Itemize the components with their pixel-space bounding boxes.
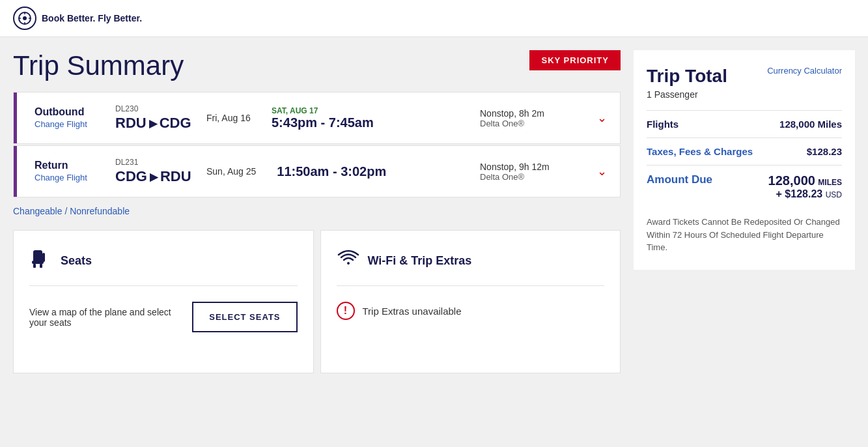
miles-amount-line: 128,000 MILES (768, 173, 842, 188)
svg-rect-8 (33, 264, 36, 268)
return-arrow: ▶ (150, 171, 158, 183)
taxes-value: $128.23 (807, 146, 842, 157)
return-to: RDU (160, 168, 191, 185)
bottom-cards: Seats View a map of the plane and select… (13, 230, 621, 373)
svg-rect-7 (32, 261, 44, 264)
seats-card-header: Seats (29, 246, 298, 286)
outbound-cabin: Delta One® (480, 119, 584, 128)
return-cabin: Delta One® (480, 172, 584, 182)
logo: Book Better. Fly Better. (13, 7, 142, 30)
amount-due-value: 128,000 MILES + $128.23 USD (768, 173, 842, 200)
svg-rect-6 (33, 250, 42, 262)
outbound-section: Outbound Change Flight (27, 106, 105, 130)
usd-amount-line: + $128.23 USD (768, 188, 842, 200)
unavailable-text: Trip Extras unavailable (363, 306, 462, 317)
seats-card-description: View a map of the plane and select your … (29, 307, 176, 328)
outbound-change-flight-link[interactable]: Change Flight (35, 119, 87, 129)
unavailable-row: ! Trip Extras unavailable (337, 296, 605, 320)
svg-rect-10 (42, 253, 45, 262)
svg-point-1 (23, 16, 27, 20)
right-panel: Trip Total Currency Calculator 1 Passeng… (634, 50, 855, 373)
svg-rect-9 (40, 264, 42, 268)
page-title: Trip Summary (13, 50, 184, 81)
miles-unit: MILES (818, 178, 842, 187)
flights-label: Flights (647, 119, 679, 130)
usd-amount: 128.23 (791, 188, 822, 199)
flights-value: 128,000 Miles (779, 119, 842, 130)
policy-link[interactable]: Changeable / Nonrefundable (13, 206, 130, 216)
select-seats-button[interactable]: SELECT SEATS (192, 302, 297, 332)
return-label: Return (35, 160, 105, 171)
outbound-nonstop: Nonstop, 8h 2m (480, 108, 584, 119)
amount-due-row: Amount Due 128,000 MILES + $128.23 USD (647, 165, 842, 208)
outbound-time-date: SAT, AUG 17 (272, 106, 374, 115)
currency-calculator-link[interactable]: Currency Calculator (767, 66, 842, 76)
trip-total-title: Trip Total (647, 66, 727, 87)
trip-total-header: Trip Total Currency Calculator (647, 66, 842, 87)
main-layout: Trip Summary SKY PRIORITY Outbound Chang… (0, 37, 868, 386)
outbound-left-bar (14, 93, 17, 143)
outbound-flight-number: DL230 (115, 104, 196, 113)
seats-card-body: View a map of the plane and select your … (29, 296, 298, 332)
outbound-time-block: SAT, AUG 17 5:43pm - 7:45am (261, 106, 384, 130)
return-flight-number: DL231 (115, 158, 196, 167)
return-from: CDG (115, 168, 147, 185)
return-left-bar (14, 146, 17, 197)
return-change-flight-link[interactable]: Change Flight (35, 173, 87, 182)
wifi-card-title: Wi-Fi & Trip Extras (368, 254, 472, 268)
trip-total-panel: Trip Total Currency Calculator 1 Passeng… (634, 50, 855, 270)
wifi-card: Wi-Fi & Trip Extras ! Trip Extras unavai… (320, 230, 621, 373)
award-note: Award Tickets Cannot Be Redeposited Or C… (647, 216, 842, 254)
outbound-time: 5:43pm - 7:45am (272, 115, 374, 130)
taxes-label[interactable]: Taxes, Fees & Charges (647, 146, 753, 157)
miles-amount: 128,000 (768, 173, 815, 188)
outbound-route-section: DL230 RDU ▶ CDG (105, 104, 196, 132)
logo-text: Book Better. Fly Better. (42, 13, 142, 23)
amount-due-label: Amount Due (647, 173, 712, 186)
outbound-from: RDU (115, 115, 147, 132)
outbound-chevron-icon[interactable]: ⌄ (597, 111, 607, 125)
outbound-flight-card: Outbound Change Flight DL230 RDU ▶ CDG F… (13, 92, 621, 144)
return-section: Return Change Flight (27, 160, 105, 183)
outbound-route: RDU ▶ CDG (115, 115, 196, 132)
return-chevron-icon[interactable]: ⌄ (597, 164, 607, 179)
title-row: Trip Summary SKY PRIORITY (13, 50, 621, 92)
return-route-section: DL231 CDG ▶ RDU (105, 158, 196, 185)
seat-icon (29, 246, 53, 275)
passenger-count: 1 Passenger (647, 89, 842, 100)
wifi-card-header: Wi-Fi & Trip Extras (337, 246, 605, 286)
return-time-block: 11:50am - 3:02pm (266, 164, 397, 179)
flights-cost-row: Flights 128,000 Miles (647, 110, 842, 137)
header: Book Better. Fly Better. (0, 0, 868, 37)
return-route: CDG ▶ RDU (115, 168, 196, 185)
outbound-details: Nonstop, 8h 2m Delta One® (480, 108, 584, 128)
wifi-icon (337, 246, 360, 275)
return-time: 11:50am - 3:02pm (277, 164, 386, 179)
left-panel: Trip Summary SKY PRIORITY Outbound Chang… (13, 50, 621, 373)
outbound-date: Fri, Aug 16 (196, 113, 261, 123)
outbound-to: CDG (160, 115, 191, 132)
usd-unit: USD (826, 190, 842, 199)
usd-prefix: + $ (776, 188, 791, 199)
warning-icon: ! (337, 302, 355, 320)
seats-card-title: Seats (61, 254, 92, 268)
policy-text: Changeable / Nonrefundable (13, 205, 621, 217)
taxes-cost-row: Taxes, Fees & Charges $128.23 (647, 137, 842, 165)
seats-card: Seats View a map of the plane and select… (13, 230, 314, 373)
return-flight-card: Return Change Flight DL231 CDG ▶ RDU Sun… (13, 145, 621, 197)
return-date: Sun, Aug 25 (196, 166, 266, 177)
sky-priority-badge: SKY PRIORITY (529, 50, 621, 70)
outbound-label: Outbound (35, 106, 105, 118)
outbound-arrow: ▶ (149, 117, 157, 130)
return-details: Nonstop, 9h 12m Delta One® (480, 162, 584, 182)
logo-icon (13, 7, 36, 30)
return-nonstop: Nonstop, 9h 12m (480, 162, 584, 172)
